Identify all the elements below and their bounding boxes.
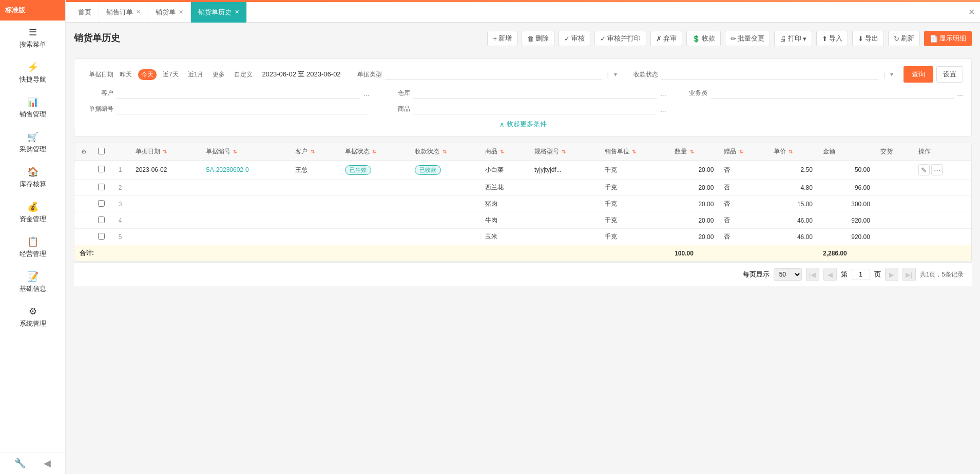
tab-close-all[interactable]: ✕ (968, 7, 975, 17)
warehouse-picker-btn[interactable]: ... (660, 89, 666, 97)
row-doc-no[interactable] (201, 212, 291, 229)
customer-input[interactable] (117, 88, 360, 98)
date-btn-1month[interactable]: 近1月 (185, 69, 207, 80)
sidebar-item-quick-nav[interactable]: ⚡ 快捷导航 (0, 55, 65, 90)
col-gift[interactable]: 赠品 ⇅ (719, 143, 768, 161)
delete-button[interactable]: 🗑 删除 (522, 31, 554, 46)
date-btn-more[interactable]: 更多 (209, 69, 228, 80)
row-checkbox[interactable] (93, 212, 110, 229)
sidebar-item-purchase-mgmt[interactable]: 🛒 采购管理 (0, 125, 65, 160)
col-goods[interactable]: 商品 ⇅ (480, 143, 529, 161)
col-spec[interactable]: 规格型号 ⇅ (529, 143, 600, 161)
sidebar-item-search-menu[interactable]: ☰ 搜索菜单 (0, 21, 65, 55)
query-button[interactable]: 查询 (904, 66, 933, 83)
import-button[interactable]: ⬆ 导入 (816, 31, 848, 46)
row-transaction (875, 229, 913, 245)
col-quantity[interactable]: 数量 ⇅ (669, 143, 719, 161)
sidebar-item-finance[interactable]: 💰 资金管理 (0, 195, 65, 230)
date-btn-custom[interactable]: 自定义 (231, 69, 256, 80)
tab-sales-history-close[interactable]: ✕ (235, 9, 239, 15)
tab-sales-delivery-close[interactable]: ✕ (179, 9, 183, 15)
show-detail-button[interactable]: 📄 显示明细 (924, 31, 972, 46)
row-checkbox[interactable] (93, 196, 110, 212)
warehouse-input[interactable] (413, 88, 657, 98)
collapse-filter-btn[interactable]: ∧ 收起更多条件 (83, 120, 963, 129)
date-btn-7days[interactable]: 近7天 (160, 69, 182, 80)
row-checkbox[interactable] (93, 180, 110, 196)
abandon-button[interactable]: ✗ 弃审 (650, 31, 682, 46)
edit-btn[interactable]: ✎ (918, 164, 930, 175)
print-button[interactable]: 🖨 打印 ▾ (774, 31, 812, 46)
col-unit[interactable]: 销售单位 ⇅ (600, 143, 670, 161)
show-detail-label: 显示明细 (939, 34, 966, 43)
goods-picker-btn[interactable]: ... (660, 105, 666, 113)
first-page-btn[interactable]: |◀ (806, 268, 819, 281)
export-button[interactable]: ⬇ 导出 (852, 31, 884, 46)
settings-button[interactable]: 设置 (936, 66, 963, 83)
row-settings (74, 161, 93, 180)
payment-status-input[interactable] (661, 69, 878, 80)
tab-sales-order[interactable]: 销售订单 ✕ (99, 2, 148, 23)
row-doc-status (340, 212, 410, 229)
row-doc-status (340, 180, 410, 196)
row-action (913, 212, 971, 229)
sidebar-settings-icon[interactable]: 🔧 (14, 458, 26, 469)
tab-sales-delivery-label: 销货单 (156, 8, 176, 17)
col-payment-status[interactable]: 收款状态 ⇅ (410, 143, 480, 161)
tab-sales-order-close[interactable]: ✕ (136, 9, 141, 15)
sidebar-item-inventory[interactable]: 🏠 库存核算 (0, 160, 65, 195)
more-btn[interactable]: ⋯ (931, 164, 943, 175)
prev-page-btn[interactable]: ◀ (823, 268, 837, 281)
sidebar-item-sales-mgmt[interactable]: 📊 销售管理 (0, 90, 65, 125)
review-button[interactable]: ✓ 审核 (559, 31, 590, 46)
row-checkbox[interactable] (93, 229, 110, 245)
doc-type-input[interactable] (385, 69, 602, 80)
doc-no-input[interactable] (117, 104, 369, 114)
refresh-button[interactable]: ↻ 刷新 (888, 31, 920, 46)
date-filter-item: 单据日期 昨天 今天 近7天 近1月 更多 自定义 2023-06-02 至 2… (83, 69, 341, 80)
next-page-btn[interactable]: ▶ (885, 268, 898, 281)
col-doc-no[interactable]: 单据编号 ⇅ (201, 143, 291, 161)
last-page-btn[interactable]: ▶| (902, 268, 916, 281)
table-row: 2 西兰花 千克 20.00 否 4.80 96.00 (74, 180, 971, 196)
payment-status-dropdown[interactable]: ▾ (890, 71, 893, 78)
col-amount: 金额 (818, 143, 875, 161)
goods-input[interactable] (413, 104, 657, 114)
date-btn-yesterday[interactable]: 昨天 (117, 69, 135, 80)
row-checkbox[interactable] (93, 161, 110, 180)
summary-unit-price-empty (768, 245, 818, 262)
customer-picker-btn[interactable]: ... (363, 89, 370, 97)
col-checkbox[interactable] (93, 143, 110, 161)
col-customer[interactable]: 客户 ⇅ (290, 143, 339, 161)
row-doc-no[interactable] (201, 229, 291, 245)
row-transaction (875, 196, 913, 212)
salesperson-picker-btn[interactable]: ... (957, 89, 963, 97)
review-print-button[interactable]: ✓ 审核并打印 (594, 31, 646, 46)
per-page-select[interactable]: 50 100 200 (774, 268, 802, 281)
filter-row-2: 客户 ... 仓库 ... 业务员 ... (83, 88, 963, 98)
tab-home[interactable]: 首页 (71, 2, 99, 23)
sidebar-item-basic-info[interactable]: 📝 基础信息 (0, 265, 65, 300)
tab-sales-delivery[interactable]: 销货单 ✕ (148, 2, 191, 23)
row-doc-no[interactable]: SA-20230602-0 (201, 161, 291, 180)
col-doc-status[interactable]: 单据状态 ⇅ (340, 143, 410, 161)
page-number-input[interactable] (852, 269, 870, 280)
row-quantity: 20.00 (669, 161, 719, 180)
sidebar-collapse-icon[interactable]: ◀ (44, 458, 51, 469)
col-settings[interactable]: ⚙ (74, 143, 93, 161)
row-doc-no[interactable] (201, 180, 291, 196)
salesperson-input[interactable] (710, 88, 954, 98)
sidebar-item-system-mgmt[interactable]: ⚙ 系统管理 (0, 300, 65, 334)
row-doc-no[interactable] (201, 196, 291, 212)
batch-change-button[interactable]: ✏ 批量变更 (725, 31, 770, 46)
collect-button[interactable]: 💲 收款 (686, 31, 721, 46)
col-unit-price[interactable]: 单价 ⇅ (768, 143, 818, 161)
col-doc-date[interactable]: 单据日期 ⇅ (130, 143, 201, 161)
select-all-checkbox[interactable] (98, 148, 105, 154)
sidebar-item-operations[interactable]: 📋 经营管理 (0, 230, 65, 265)
add-button[interactable]: + 新增 (487, 31, 517, 46)
tab-sales-history[interactable]: 销货单历史 ✕ (191, 2, 247, 23)
row-payment-status (410, 196, 480, 212)
doc-type-dropdown[interactable]: ▾ (614, 71, 617, 78)
date-btn-today[interactable]: 今天 (138, 69, 157, 80)
